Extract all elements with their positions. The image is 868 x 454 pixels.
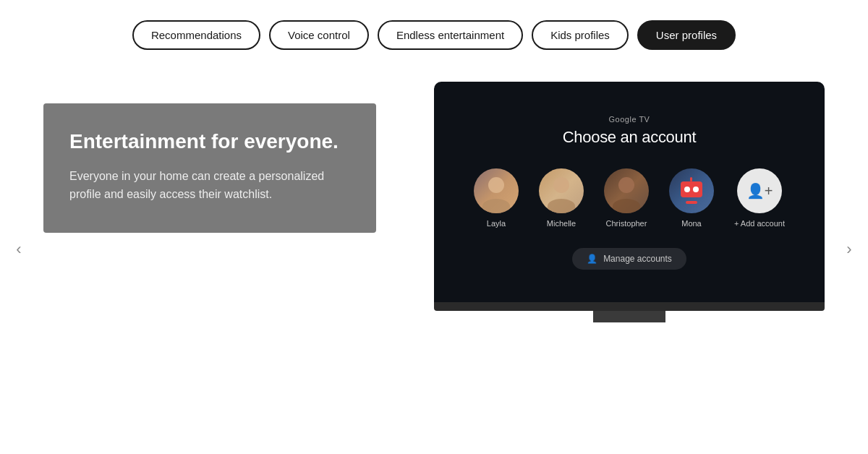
tab-voice-control[interactable]: Voice control xyxy=(269,20,369,50)
add-account-avatar: 👤+ xyxy=(737,168,782,213)
main-body-text: Everyone in your home can create a perso… xyxy=(69,167,350,204)
robot-eye-left xyxy=(684,187,690,192)
nav-tabs: Recommendations Voice control Endless en… xyxy=(0,0,868,67)
screen-title: Choose an account xyxy=(563,128,696,147)
tv-wrapper: Google TV Choose an account Layla xyxy=(434,82,825,322)
profiles-row: Layla Michelle xyxy=(474,168,785,228)
michelle-name: Michelle xyxy=(547,219,576,228)
robot-mouth xyxy=(686,201,697,204)
tv-screen: Google TV Choose an account Layla xyxy=(434,82,825,302)
manage-accounts-button[interactable]: 👤 Manage accounts xyxy=(572,248,686,270)
main-heading: Entertainment for everyone. xyxy=(69,129,350,154)
main-content: Entertainment for everyone. Everyone in … xyxy=(0,67,868,337)
manage-accounts-label: Manage accounts xyxy=(603,254,672,264)
avatar-michelle xyxy=(539,168,584,213)
christopher-silhouette xyxy=(604,168,649,213)
screen-brand-label: Google TV xyxy=(609,115,650,124)
avatar-christopher xyxy=(604,168,649,213)
tv-container: Google TV Choose an account Layla xyxy=(434,82,825,322)
tv-stand-base xyxy=(434,302,825,311)
christopher-name: Christopher xyxy=(606,219,647,228)
robot-head xyxy=(681,181,702,197)
avatar-mona xyxy=(669,168,714,213)
robot-eye-right xyxy=(693,187,699,192)
tab-recommendations[interactable]: Recommendations xyxy=(132,20,260,50)
tab-kids-profiles[interactable]: Kids profiles xyxy=(532,20,629,50)
avatar-layla xyxy=(474,168,519,213)
profile-michelle[interactable]: Michelle xyxy=(539,168,584,228)
profile-mona[interactable]: Mona xyxy=(669,168,714,228)
text-block: Entertainment for everyone. Everyone in … xyxy=(43,103,376,233)
mona-robot-face xyxy=(681,177,702,204)
mona-name: Mona xyxy=(681,219,702,228)
tab-user-profiles[interactable]: User profiles xyxy=(637,20,736,50)
profile-layla[interactable]: Layla xyxy=(474,168,519,228)
michelle-silhouette xyxy=(539,168,584,213)
add-person-icon: 👤+ xyxy=(746,182,773,200)
profile-add-account[interactable]: 👤+ + Add account xyxy=(734,168,785,228)
tab-endless-entertainment[interactable]: Endless entertainment xyxy=(378,20,523,50)
add-account-name: + Add account xyxy=(734,219,785,228)
profile-christopher[interactable]: Christopher xyxy=(604,168,649,228)
layla-silhouette xyxy=(474,168,519,213)
manage-accounts-icon: 👤 xyxy=(587,254,597,264)
tv-stand-neck xyxy=(593,311,665,322)
layla-name: Layla xyxy=(487,219,506,228)
